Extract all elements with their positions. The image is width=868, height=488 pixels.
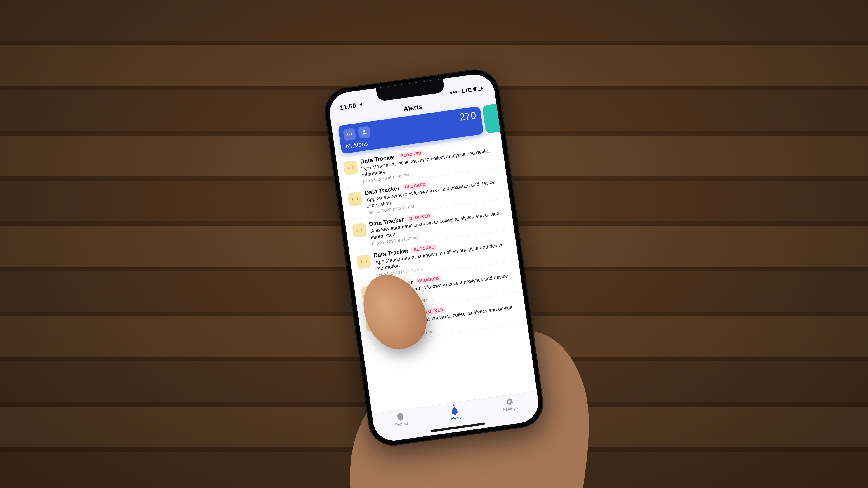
alert-app-icon bbox=[343, 160, 358, 175]
alert-app-icon bbox=[356, 254, 372, 269]
alert-app-icon bbox=[361, 285, 376, 301]
location-icon bbox=[358, 102, 364, 108]
phone-screen: 11:50 LTE bbox=[327, 72, 541, 443]
phone: 11:50 LTE bbox=[321, 66, 546, 449]
alert-app-icon bbox=[347, 191, 363, 207]
status-time: 11:50 bbox=[340, 102, 356, 111]
photo-background: 11:50 LTE bbox=[0, 0, 868, 488]
tab-active-dot-icon bbox=[453, 404, 455, 406]
broadcast-icon bbox=[343, 128, 356, 141]
filter-all-count: 270 bbox=[459, 109, 477, 123]
tab-settings-label: Settings bbox=[503, 405, 518, 412]
tab-settings[interactable]: Settings bbox=[501, 396, 518, 412]
tab-protect[interactable]: Protect bbox=[394, 412, 408, 427]
alert-app-icon bbox=[365, 317, 380, 332]
status-left: 11:50 bbox=[340, 101, 364, 111]
alert-app-icon bbox=[352, 223, 367, 238]
svg-rect-1 bbox=[482, 88, 483, 89]
alerts-list[interactable]: Data Tracker BLOCKED 'App Measurement' i… bbox=[336, 135, 537, 414]
tab-alerts-label: Alerts bbox=[450, 415, 461, 421]
carrier-label: LTE bbox=[461, 87, 472, 94]
person-icon bbox=[358, 126, 371, 139]
battery-icon bbox=[473, 86, 484, 92]
cellular-signal-icon bbox=[450, 91, 460, 94]
svg-rect-2 bbox=[474, 88, 476, 91]
tab-alerts[interactable]: Alerts bbox=[449, 404, 461, 422]
